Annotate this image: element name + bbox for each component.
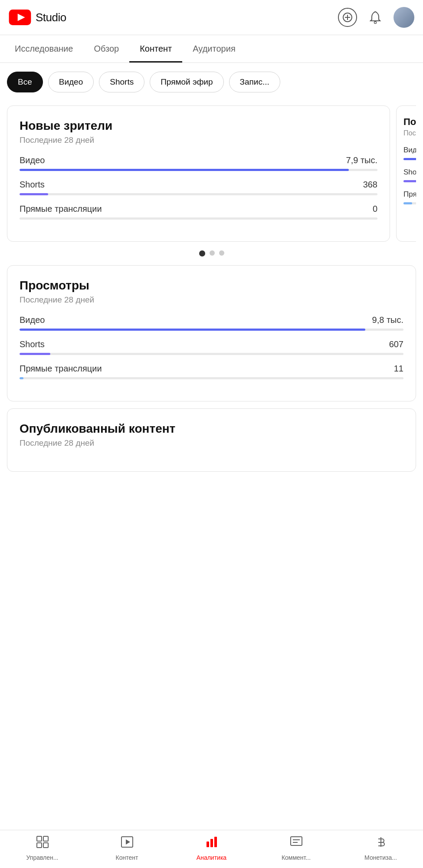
published-card: Опубликованный контент Последние 28 дней <box>7 408 416 472</box>
views-stat-video: Видео 9,8 тыс. <box>20 315 403 331</box>
grid-icon <box>36 835 49 852</box>
views-value-shorts: 607 <box>389 339 403 349</box>
nav-label-analytics: Аналитика <box>197 854 226 861</box>
views-progress-bg-live <box>20 377 403 379</box>
views-label-video: Видео <box>20 315 45 325</box>
svg-rect-7 <box>43 836 48 841</box>
nav-item-content[interactable]: Контент <box>85 835 169 861</box>
progress-fill-video <box>20 169 349 171</box>
nav-item-comments[interactable]: Коммент... <box>254 835 338 861</box>
views-label-shorts: Shorts <box>20 339 45 349</box>
svg-rect-6 <box>37 836 42 841</box>
dollar-icon <box>374 835 387 852</box>
progress-bg-video <box>20 169 377 171</box>
comment-icon <box>290 835 303 852</box>
header: Studio <box>0 0 423 35</box>
stat-row-video: Видео 7,9 тыс. <box>20 155 377 171</box>
views-progress-fill-video <box>20 329 365 331</box>
views-stat-shorts: Shorts 607 <box>20 339 403 355</box>
new-viewers-subtitle: Последние 28 дней <box>20 135 377 145</box>
progress-bg-shorts <box>20 193 377 195</box>
partial-stat-live: Прям... <box>403 190 416 204</box>
views-value-video: 9,8 тыс. <box>372 315 403 325</box>
svg-rect-14 <box>214 837 217 847</box>
partial-card-title: Пост... <box>403 116 416 128</box>
bar-chart-icon <box>205 835 218 852</box>
carousel-dots <box>0 242 423 265</box>
dot-2[interactable] <box>210 250 215 256</box>
chip-records[interactable]: Запис... <box>229 72 280 92</box>
views-label-live: Прямые трансляции <box>20 364 102 374</box>
chip-live[interactable]: Прямой эфир <box>150 72 223 92</box>
tab-overview[interactable]: Обзор <box>83 35 129 62</box>
nav-tabs: Исследование Обзор Контент Аудитория <box>0 35 423 63</box>
svg-rect-12 <box>207 842 209 847</box>
bell-icon[interactable] <box>366 8 385 27</box>
tab-content[interactable]: Контент <box>129 35 182 62</box>
published-subtitle: Последние 28 дней <box>20 438 403 448</box>
nav-label-comments: Коммент... <box>282 854 311 861</box>
stat-value-video: 7,9 тыс. <box>346 155 377 165</box>
new-viewers-card: Новые зрители Последние 28 дней Видео 7,… <box>7 105 390 242</box>
stat-label-live: Прямые трансляции <box>20 204 102 214</box>
header-left: Studio <box>9 10 66 25</box>
nav-item-monetize[interactable]: Монетиза... <box>338 835 423 861</box>
views-value-live: 11 <box>394 364 403 374</box>
new-viewers-title: Новые зрители <box>20 119 377 133</box>
tab-research[interactable]: Исследование <box>4 35 83 62</box>
filter-chips: Все Видео Shorts Прямой эфир Запис... <box>0 63 423 101</box>
stat-row-shorts: Shorts 368 <box>20 180 377 195</box>
svg-rect-8 <box>37 843 42 848</box>
views-title: Просмотры <box>20 279 403 293</box>
cards-section: Новые зрители Последние 28 дней Видео 7,… <box>0 101 423 242</box>
views-progress-fill-shorts <box>20 353 50 355</box>
chip-all[interactable]: Все <box>7 72 43 92</box>
play-icon <box>121 835 134 852</box>
views-subtitle: Последние 28 дней <box>20 295 403 305</box>
nav-label-content: Контент <box>116 854 138 861</box>
partial-stat-video: Видео <box>403 146 416 160</box>
svg-rect-15 <box>291 837 302 845</box>
partial-card-subtitle: После... <box>403 129 416 137</box>
views-progress-fill-live <box>20 377 23 379</box>
dot-3[interactable] <box>219 250 224 256</box>
progress-fill-shorts <box>20 193 48 195</box>
dot-1[interactable] <box>199 250 205 256</box>
partial-card: Пост... После... Видео Shorts Прям... <box>396 105 416 242</box>
stat-value-shorts: 368 <box>363 180 377 190</box>
chip-shorts[interactable]: Shorts <box>99 72 144 92</box>
nav-label-dashboard: Управлен... <box>26 854 59 861</box>
studio-label: Studio <box>36 11 66 24</box>
add-button[interactable] <box>338 8 357 27</box>
nav-item-dashboard[interactable]: Управлен... <box>0 835 85 861</box>
nav-item-analytics[interactable]: Аналитика <box>169 835 254 861</box>
views-card: Просмотры Последние 28 дней Видео 9,8 ты… <box>7 265 416 401</box>
tab-audience[interactable]: Аудитория <box>182 35 246 62</box>
chip-video[interactable]: Видео <box>48 72 94 92</box>
youtube-logo <box>9 10 31 25</box>
nav-label-monetize: Монетиза... <box>364 854 397 861</box>
views-progress-bg-video <box>20 329 403 331</box>
published-title: Опубликованный контент <box>20 422 403 436</box>
views-stat-live: Прямые трансляции 11 <box>20 364 403 379</box>
stat-label-shorts: Shorts <box>20 180 45 190</box>
header-right <box>338 7 414 28</box>
svg-rect-9 <box>43 843 48 848</box>
svg-rect-13 <box>210 839 213 847</box>
avatar[interactable] <box>393 7 414 28</box>
svg-point-5 <box>374 22 377 24</box>
bottom-nav: Управлен... Контент Аналитика <box>0 830 423 868</box>
stat-label-video: Видео <box>20 155 45 165</box>
views-progress-bg-shorts <box>20 353 403 355</box>
partial-stat-shorts: Shorts <box>403 168 416 182</box>
stat-row-live: Прямые трансляции 0 <box>20 204 377 220</box>
progress-bg-live <box>20 217 377 220</box>
stat-value-live: 0 <box>373 204 377 214</box>
svg-marker-11 <box>126 839 130 845</box>
